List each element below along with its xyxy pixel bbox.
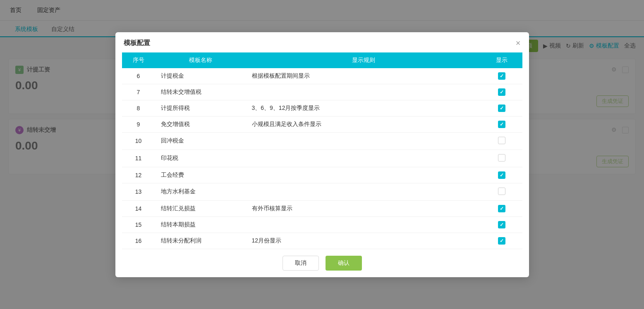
table-row: 15结转本期损益 [122,216,522,233]
cell-name: 结转本期损益 [155,216,246,233]
row-checkbox-8[interactable] [498,105,505,112]
cell-checkbox [481,150,522,167]
cell-rule: 3、6、9、12月按季度显示 [246,100,481,116]
config-table: 序号 模板名称 显示规则 显示 6计提税金根据模板配置期间显示7结转未交增值税8… [122,52,522,249]
cell-checkbox [481,132,522,150]
cell-num: 9 [122,116,155,132]
modal-close-button[interactable]: × [516,39,521,47]
cell-rule: 12月份显示 [246,233,481,249]
cell-checkbox [481,183,522,200]
cell-num: 13 [122,183,155,200]
modal-body: 序号 模板名称 显示规则 显示 6计提税金根据模板配置期间显示7结转未交增值税8… [115,52,529,249]
modal-template-config: 模板配置 × 序号 模板名称 显示规则 显示 6计提税金根据模板配置期间显示7结… [115,32,529,277]
table-row: 9免交增值税小规模且满足收入条件显示 [122,116,522,132]
cell-rule [246,183,481,200]
cell-name: 印花税 [155,150,246,167]
row-checkbox-11[interactable] [498,154,505,162]
row-checkbox-12[interactable] [498,171,505,179]
row-checkbox-10[interactable] [498,137,505,144]
cell-name: 结转未交增值税 [155,84,246,100]
confirm-button[interactable]: 确认 [326,256,362,271]
cell-rule: 根据模板配置期间显示 [246,68,481,84]
row-checkbox-16[interactable] [498,237,505,245]
table-row: 14结转汇兑损益有外币核算显示 [122,200,522,216]
cell-rule [246,150,481,167]
table-row: 8计提所得税3、6、9、12月按季度显示 [122,100,522,116]
col-header-name: 模板名称 [155,52,246,68]
col-header-num: 序号 [122,52,155,68]
row-checkbox-9[interactable] [498,121,505,128]
modal-header: 模板配置 × [115,32,529,52]
table-row: 11印花税 [122,150,522,167]
cell-checkbox [481,84,522,100]
cell-name: 结转汇兑损益 [155,200,246,216]
cell-name: 计提所得税 [155,100,246,116]
cell-num: 8 [122,100,155,116]
cell-num: 10 [122,132,155,150]
cell-checkbox [481,100,522,116]
cell-rule: 小规模且满足收入条件显示 [246,116,481,132]
cell-rule [246,84,481,100]
cell-num: 6 [122,68,155,84]
cell-name: 回冲税金 [155,132,246,150]
modal-overlay: 模板配置 × 序号 模板名称 显示规则 显示 6计提税金根据模板配置期间显示7结… [0,0,644,309]
cell-num: 15 [122,216,155,233]
cell-num: 12 [122,167,155,183]
table-row: 6计提税金根据模板配置期间显示 [122,68,522,84]
cell-checkbox [481,68,522,84]
modal-title: 模板配置 [124,39,150,48]
row-checkbox-7[interactable] [498,88,505,96]
cell-num: 16 [122,233,155,249]
table-row: 7结转未交增值税 [122,84,522,100]
cell-checkbox [481,116,522,132]
cell-rule: 有外币核算显示 [246,200,481,216]
table-body: 6计提税金根据模板配置期间显示7结转未交增值税8计提所得税3、6、9、12月按季… [122,68,522,249]
row-checkbox-6[interactable] [498,72,505,80]
cell-name: 结转未分配利润 [155,233,246,249]
cell-checkbox [481,233,522,249]
cell-rule [246,167,481,183]
cell-checkbox [481,167,522,183]
table-row: 16结转未分配利润12月份显示 [122,233,522,249]
cell-checkbox [481,200,522,216]
cell-name: 计提税金 [155,68,246,84]
cell-num: 11 [122,150,155,167]
table-row: 12工会经费 [122,167,522,183]
cell-num: 7 [122,84,155,100]
table-row: 10回冲税金 [122,132,522,150]
cell-name: 地方水利基金 [155,183,246,200]
cell-rule [246,132,481,150]
modal-footer: 取消 确认 [115,249,529,277]
row-checkbox-14[interactable] [498,205,505,212]
table-row: 13地方水利基金 [122,183,522,200]
cell-rule [246,216,481,233]
cell-checkbox [481,216,522,233]
cell-name: 免交增值税 [155,116,246,132]
row-checkbox-15[interactable] [498,221,505,228]
col-header-rule: 显示规则 [246,52,481,68]
row-checkbox-13[interactable] [498,188,505,195]
cell-num: 14 [122,200,155,216]
table-header: 序号 模板名称 显示规则 显示 [122,52,522,68]
cell-name: 工会经费 [155,167,246,183]
col-header-display: 显示 [481,52,522,68]
cancel-button[interactable]: 取消 [282,256,319,271]
